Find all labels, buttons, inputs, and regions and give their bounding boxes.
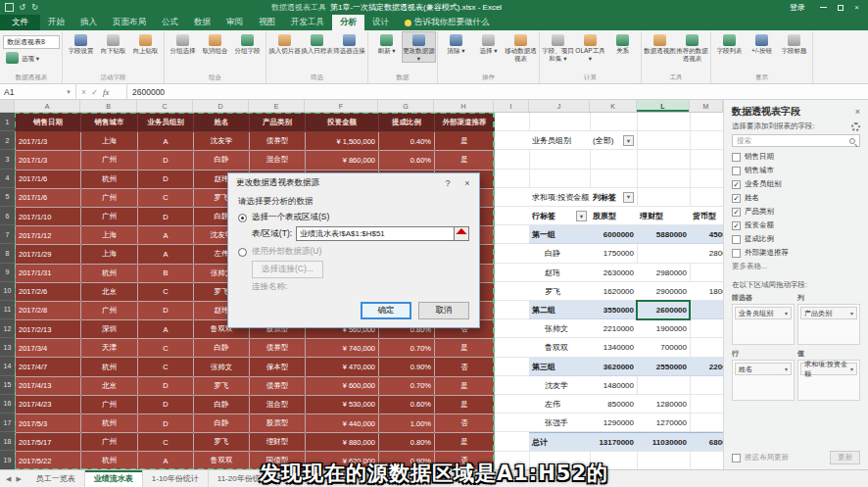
pivot-cell-K10[interactable]: 1620000 [590, 282, 637, 301]
row-header-5[interactable]: 5 [0, 188, 15, 207]
ribbon-tab-插入[interactable]: 插入 [72, 15, 105, 30]
pivot-cell-J12[interactable]: 张帅文 [529, 319, 590, 338]
ribbon-button-clear[interactable]: 清除 ▾ [440, 32, 472, 62]
row-header-14[interactable]: 14 [0, 357, 15, 375]
pivot-cell-J18[interactable]: 总计 [529, 432, 590, 451]
table-cell[interactable]: 是 [435, 433, 495, 452]
ribbon-button-timeline[interactable]: 插入日程表 [301, 32, 333, 62]
table-cell[interactable]: 2017/3/4 [16, 339, 81, 358]
ribbon-tab-页面布局[interactable]: 页面布局 [105, 15, 154, 30]
table-cell[interactable]: 2017/1/3 [16, 132, 81, 151]
field-checkbox-投资金额[interactable]: ✓ [732, 221, 741, 230]
pivot-cell-K2[interactable]: (全部)▼ [590, 131, 637, 150]
table-cell[interactable]: 股票型 [250, 414, 306, 433]
table-cell[interactable]: 白静 [194, 339, 250, 358]
field-item-外部渠道推荐[interactable]: 外部渠道推荐 [732, 246, 860, 260]
ribbon-button-ungroup[interactable]: 取消组合 [199, 32, 231, 62]
row-header-1[interactable]: 1 [0, 113, 15, 131]
table-cell[interactable]: ¥ 880,000 [306, 433, 379, 452]
table-cell[interactable]: 债券型 [250, 376, 306, 395]
table-cell[interactable]: 2017/1/31 [16, 264, 81, 282]
table-cell[interactable]: D [138, 170, 194, 188]
table-header-产品类别[interactable]: 产品类别 [250, 114, 306, 132]
table-cell[interactable]: ¥ 470,000 [306, 358, 379, 376]
undo-icon[interactable]: ↺ [18, 3, 26, 12]
close-button[interactable]: × [848, 0, 865, 15]
table-cell[interactable]: 2017/2/8 [16, 301, 81, 319]
table-header-销售城市[interactable]: 销售城市 [81, 114, 138, 132]
table-cell[interactable]: 北京 [81, 282, 138, 301]
table-cell[interactable]: 上海 [81, 132, 138, 151]
ribbon-button-recommended-pivottables[interactable]: 推荐的数据透视表 [676, 32, 708, 62]
table-cell[interactable]: C [138, 433, 194, 452]
table-cell[interactable]: 是 [435, 132, 495, 151]
table-cell[interactable]: 上海 [81, 226, 138, 245]
column-header-M[interactable]: M [690, 100, 723, 112]
table-cell[interactable]: D [138, 414, 194, 433]
table-cell[interactable]: 2017/4/23 [16, 395, 81, 414]
row-header-16[interactable]: 16 [0, 395, 15, 414]
area-dropzone[interactable]: 产品类别▾ [797, 304, 860, 345]
pivot-cell-J16[interactable]: 左伟 [529, 395, 590, 414]
ribbon-tab-设计[interactable]: 设计 [364, 15, 397, 30]
pivot-cell-L12[interactable]: 1900000 [637, 319, 690, 338]
row-header-12[interactable]: 12 [0, 319, 15, 338]
row-header-13[interactable]: 13 [0, 338, 15, 357]
row-header-3[interactable]: 3 [0, 150, 15, 169]
ribbon-tab-公式[interactable]: 公式 [154, 15, 186, 30]
ribbon-tab-开发工具[interactable]: 开发工具 [283, 15, 332, 30]
pivot-cell-J14[interactable]: 第三组 [529, 358, 590, 376]
table-cell[interactable]: 北京 [81, 376, 138, 395]
column-header-E[interactable]: E [249, 100, 305, 112]
pivot-cell-K18[interactable]: 13170000 [590, 432, 637, 451]
column-header-H[interactable]: H [434, 100, 494, 112]
pivot-cell-J2[interactable]: 业务员组别 [529, 131, 590, 150]
ribbon-button-relationships[interactable]: 关系 [606, 32, 639, 62]
pivot-cell-J5[interactable]: 求和项:投资金额 [529, 188, 590, 207]
field-item-姓名[interactable]: ✓姓名 [732, 191, 860, 205]
pivot-cell-K11[interactable]: 3550000 [590, 301, 637, 319]
ribbon-button-field-settings[interactable]: 字段设置 [65, 32, 97, 62]
row-header-9[interactable]: 9 [0, 264, 15, 282]
ribbon-button-filter-connections[interactable]: 筛选器连接 [333, 32, 365, 62]
table-cell[interactable]: ¥ 1,500,000 [306, 132, 379, 151]
table-cell[interactable]: 是 [435, 376, 495, 395]
table-cell[interactable]: D [138, 151, 194, 170]
row-header-18[interactable]: 18 [0, 432, 15, 451]
table-cell[interactable]: 0.90% [379, 358, 435, 376]
enter-icon[interactable]: ✓ [91, 87, 98, 97]
column-header-J[interactable]: J [529, 100, 590, 112]
table-cell[interactable]: 0.80% [379, 433, 435, 452]
pivot-cell-L6[interactable]: 理财型 [637, 207, 690, 225]
redo-icon[interactable]: ↻ [30, 3, 39, 12]
table-cell[interactable]: 否 [435, 358, 495, 376]
table-range-radio[interactable] [238, 214, 247, 222]
table-cell[interactable]: A [138, 226, 194, 245]
table-cell[interactable]: 0.40% [379, 132, 435, 151]
table-cell[interactable]: 张帅文 [194, 358, 250, 376]
table-cell[interactable]: 沈友学 [194, 132, 250, 151]
table-cell[interactable]: 2017/1/6 [16, 170, 81, 188]
ribbon-button-field-headers[interactable]: 字段标题 [778, 32, 810, 62]
cancel-button[interactable]: 取消 [418, 302, 469, 319]
table-cell[interactable]: ¥ 530,000 [306, 395, 379, 414]
row-header-17[interactable]: 17 [0, 414, 15, 432]
choose-connection-button[interactable]: 选择连接(C)... [252, 261, 323, 278]
row-header-8[interactable]: 8 [0, 244, 15, 263]
field-checkbox-业务员组别[interactable]: ✓ [732, 180, 741, 189]
pivot-cell-K14[interactable]: 3620000 [590, 358, 637, 376]
table-header-投资金额[interactable]: 投资金额 [306, 114, 379, 132]
table-cell[interactable]: 2017/1/12 [16, 226, 81, 245]
table-cell[interactable]: C [138, 282, 194, 301]
pivottable-name-box[interactable]: 数据透视表8 [3, 35, 60, 49]
table-cell[interactable]: C [138, 188, 194, 207]
table-cell[interactable]: B [138, 264, 194, 282]
table-cell[interactable]: D [138, 207, 194, 225]
area-dropzone[interactable]: 业务员组别▾ [732, 304, 795, 345]
table-cell[interactable]: 广州 [81, 151, 138, 170]
ribbon-tab-视图[interactable]: 视图 [251, 15, 283, 30]
column-header-K[interactable]: K [590, 100, 637, 112]
ribbon-button-olap-tools[interactable]: OLAP工具 ▾ [574, 32, 606, 62]
column-header-L[interactable]: L [637, 100, 690, 112]
filter-dropdown-icon[interactable]: ▼ [576, 211, 587, 221]
